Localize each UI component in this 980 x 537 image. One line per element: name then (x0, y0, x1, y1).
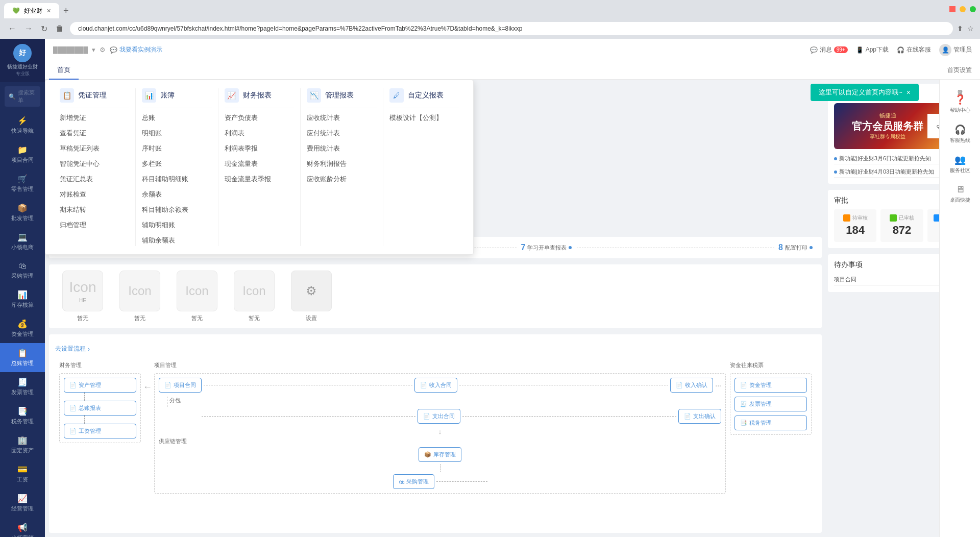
window-close[interactable] (949, 6, 955, 12)
sidebar-item-invoice[interactable]: 🧾 发票管理 (0, 372, 45, 401)
sidebar-item-wholesale[interactable]: 📦 批发管理 (0, 198, 45, 227)
menu-item-balance[interactable]: 余额表 (142, 189, 211, 200)
back-button[interactable]: ← (6, 22, 18, 35)
capital-mgmt-box[interactable]: 📄 资金管理 (734, 378, 807, 393)
browser-tab-active[interactable]: 💚 好业财 ✕ (4, 3, 59, 18)
menu-item-reconcile[interactable]: 对账检查 (60, 189, 129, 200)
menu-item-voucher-summary[interactable]: 凭证汇总表 (60, 174, 129, 185)
page-settings-label[interactable]: 首页设置 (954, 84, 966, 88)
approval-approved[interactable]: 已审核 872 (880, 209, 923, 242)
sidebar-item-ecommerce[interactable]: 💻 小畅电商 (0, 227, 45, 256)
menu-item-detail-ledger[interactable]: 明细账 (142, 128, 211, 139)
sidebar-item-ops[interactable]: 📈 经营管理 (0, 489, 45, 518)
income-contract-box[interactable]: 📄 收入合同 (414, 378, 457, 393)
forward-button[interactable]: → (22, 22, 35, 35)
new-tab-button[interactable]: + (59, 4, 73, 18)
menu-item-general-ledger[interactable]: 总账 (142, 112, 211, 124)
sidebar-item-inventory[interactable]: 📊 库存核算 (0, 285, 45, 314)
online-service-action[interactable]: 🎧 在线客服 (897, 45, 931, 54)
sidebar-item-accounting[interactable]: 📋 总账管理 (0, 343, 45, 372)
menu-item-aux-balance[interactable]: 辅助余额表 (142, 235, 211, 246)
project-contract-box[interactable]: 📄 项目合同 (159, 378, 202, 393)
window-minimize[interactable] (960, 6, 966, 12)
ledger-report-box[interactable]: 📄 总账报表 (64, 401, 136, 416)
sidebar-search[interactable]: 🔍 搜索菜单 (5, 86, 40, 107)
sidebar-item-fixed[interactable]: 🏢 固定资产 (0, 430, 45, 459)
menu-item-template[interactable]: 模板设计【公测】 (389, 112, 459, 124)
delete-button[interactable]: 🗑 (54, 22, 66, 35)
sidebar-item-shortcut[interactable]: ⚡ 快速导航 (0, 111, 45, 140)
menu-item-subject-detail[interactable]: 科目辅助明细账 (142, 174, 211, 185)
sidebar-item-retail[interactable]: 🛒 零售管理 (0, 169, 45, 198)
menu-item-smart-voucher[interactable]: 智能凭证中心 (60, 158, 129, 169)
menu-item-period-close[interactable]: 期末结转 (60, 204, 129, 215)
income-c-icon: 📄 (420, 382, 427, 388)
menu-item-balance-sheet[interactable]: 资产负债表 (225, 112, 294, 124)
asset-mgmt-box[interactable]: 📄 资产管理 (64, 378, 136, 393)
go-setup-link[interactable]: 去设置流程 › (55, 345, 816, 353)
icon-cell-4[interactable]: Icon 暂无 (229, 271, 280, 322)
salary-mgmt-box[interactable]: 📄 工资管理 (64, 424, 136, 438)
menu-item-expense[interactable]: 费用统计表 (307, 143, 376, 154)
rs-item-community[interactable]: 👥 服务社区 (940, 150, 980, 178)
menu-item-cashflow[interactable]: 现金流量表 (225, 158, 294, 169)
tab-close-btn[interactable]: ✕ (46, 8, 51, 14)
menu-item-time-ledger[interactable]: 序时账 (142, 143, 211, 154)
income-confirm-box[interactable]: 📄 收入确认 (670, 378, 713, 393)
bookmark-icon[interactable]: ☆ (967, 25, 974, 33)
sidebar-item-finance[interactable]: 💰 资金管理 (0, 314, 45, 343)
sidebar-item-marketing[interactable]: 📢 小畅营销 (0, 518, 45, 537)
menu-item-cashflow-quarterly[interactable]: 现金流量表季报 (225, 174, 294, 185)
sidebar-item-project[interactable]: 📁 项目合同 (0, 140, 45, 169)
demo-btn[interactable]: 💬 我要看实例演示 (110, 45, 162, 54)
rs-item-help[interactable]: ❓ 帮助中心 (940, 90, 980, 118)
logo-sub: 专业版 (16, 70, 30, 77)
window-maximize[interactable] (970, 6, 976, 12)
tab-home[interactable]: 首页 (49, 61, 79, 80)
sidebar-item-purchase[interactable]: 🛍 采购管理 (0, 256, 45, 285)
address-bar: ← → ↻ 🗑 ⬆ ☆ (0, 18, 980, 39)
icon-cell-3[interactable]: Icon 暂无 (172, 271, 223, 322)
menu-item-view-voucher[interactable]: 查看凭证 (60, 128, 129, 139)
invoice-mgmt-box[interactable]: 🧾 发票管理 (734, 397, 807, 411)
icon-cell-settings[interactable]: ⚙ 设置 (286, 271, 337, 322)
rs-item-desktop[interactable]: 🖥 桌面快捷 (940, 180, 980, 208)
sidebar-item-salary[interactable]: 💳 工资 (0, 459, 45, 489)
menu-item-multi-ledger[interactable]: 多栏账 (142, 158, 211, 169)
expense-confirm-box[interactable]: 📄 支出确认 (678, 409, 721, 424)
menu-item-profit-report[interactable]: 财务利润报告 (307, 158, 376, 169)
user-action[interactable]: 👤 管理员 (939, 44, 972, 56)
dropdown-icon[interactable]: ▾ (92, 46, 95, 54)
inventory-box[interactable]: 📦 库存管理 (419, 447, 461, 462)
menu-item-income-quarterly[interactable]: 利润表季报 (225, 143, 294, 154)
tip-close-btn[interactable]: × (906, 88, 911, 96)
menu-item-draft-voucher[interactable]: 草稿凭证列表 (60, 143, 129, 154)
split-row: 分包 (167, 397, 721, 407)
tax-m-label: 税务管理 (749, 419, 772, 427)
menu-item-subject-balance[interactable]: 科目辅助余额表 (142, 204, 211, 215)
settings-header-icon[interactable]: ⚙ (100, 46, 106, 54)
icon-cell-1[interactable]: Icon HE 暂无 (57, 271, 108, 322)
sidebar-item-tax[interactable]: 📑 税务管理 (0, 401, 45, 430)
app-download-action[interactable]: 📱 App下载 (856, 45, 889, 54)
tax-mgmt-box[interactable]: 📑 税务管理 (734, 416, 807, 430)
purchase-box[interactable]: 🛍 采购管理 (393, 474, 434, 489)
approval-pending[interactable]: 待审核 184 (834, 209, 876, 242)
menu-item-new-voucher[interactable]: 新增凭证 (60, 112, 129, 124)
expense-c-label: 支出合同 (432, 412, 455, 420)
expense-contract-box[interactable]: 📄 支出合同 (418, 409, 460, 424)
menu-item-archive[interactable]: 归档管理 (60, 219, 129, 231)
message-action[interactable]: 💬 消息 99+ (810, 45, 848, 54)
icon-cell-2[interactable]: Icon 暂无 (114, 271, 165, 322)
menu-item-aux-detail[interactable]: 辅助明细账 (142, 219, 211, 231)
url-input[interactable] (70, 22, 953, 35)
menu-item-aging[interactable]: 应收账龄分析 (307, 174, 376, 185)
menu-item-income-statement[interactable]: 利润表 (225, 128, 294, 139)
rs-item-customer[interactable]: 🎧 客服热线 (940, 120, 980, 148)
menu-item-payable[interactable]: 应付统计表 (307, 128, 376, 139)
financial-title: 财务报表 (243, 91, 272, 100)
menu-item-receivable[interactable]: 应收统计表 (307, 112, 376, 124)
reload-button[interactable]: ↻ (39, 22, 50, 36)
tab-side-button[interactable]: 首页设置 (943, 64, 976, 77)
menu-col-mgmt: 📉 管理报表 应收统计表 应付统计表 费用统计表 财务利润报告 应收账龄分析 (301, 88, 383, 246)
